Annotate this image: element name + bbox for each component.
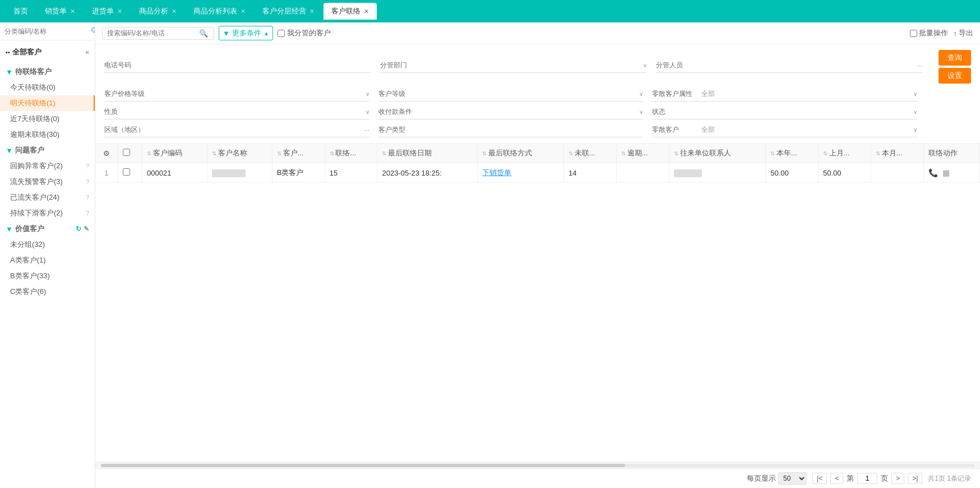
sidebar-item-overdue[interactable]: 逾期未联络(30) — [0, 127, 95, 142]
sidebar-item-churned[interactable]: 已流失客户(24) ? — [0, 190, 95, 205]
nav-item-home[interactable]: 首页 — [6, 3, 36, 20]
filter-button[interactable]: ▼ 更多条件 ▲ — [219, 26, 273, 40]
th-name[interactable]: 客户名称 — [207, 144, 272, 163]
dots-icon[interactable]: ··· — [917, 62, 923, 70]
sidebar-item-declining[interactable]: 持续下滑客户(2) ? — [0, 205, 95, 221]
close-icon[interactable]: ✕ — [364, 8, 369, 15]
gear-icon[interactable]: ⚙ — [103, 149, 110, 158]
last-page-button[interactable]: >| — [908, 473, 922, 484]
sidebar-group-problem[interactable]: ▼ 问题客户 — [0, 142, 95, 158]
dots-icon[interactable]: ··· — [364, 126, 369, 134]
th-code[interactable]: 客户编码 — [142, 144, 207, 163]
first-page-button[interactable]: |< — [812, 473, 827, 484]
sidebar-all-customers[interactable]: ▪▪ 全部客户 « — [0, 44, 95, 61]
th-this-year[interactable]: 本年... — [766, 144, 819, 163]
sidebar-item-repurchase-abnormal[interactable]: 回购异常客户(2) ? — [0, 158, 95, 174]
close-icon[interactable]: ✕ — [309, 8, 315, 15]
nav-item-customer-ops[interactable]: 客户分层经营 ✕ — [255, 3, 322, 20]
nav-item-analysis[interactable]: 商品分析 ✕ — [131, 3, 184, 20]
th-uncontacted[interactable]: 未联... — [564, 144, 617, 163]
content-area: 🔍 ▼ 更多条件 ▲ 我分管的客户 批量操作 ↑ 导出 — [95, 22, 980, 488]
per-page-dropdown[interactable]: 50 10 20 100 — [778, 472, 807, 485]
scrollbar-thumb[interactable] — [101, 464, 625, 467]
nav-item-analysis-list[interactable]: 商品分析列表 ✕ — [186, 3, 253, 20]
chevron-down-icon[interactable]: ∨ — [366, 91, 369, 97]
td-code: 000021 — [142, 163, 207, 183]
chevron-down-icon[interactable]: ∨ — [913, 109, 917, 115]
search-input[interactable] — [107, 29, 197, 37]
row-checkbox[interactable] — [123, 168, 130, 176]
chevron-down-icon[interactable]: ∨ — [366, 109, 369, 115]
batch-op-label: 批量操作 — [919, 28, 948, 38]
chevron-down-icon[interactable]: ∨ — [643, 62, 647, 68]
sidebar-item-tomorrow[interactable]: 明天待联络(1) — [0, 95, 95, 111]
help-icon[interactable]: ? — [86, 178, 89, 185]
page-input[interactable] — [857, 473, 877, 484]
nav-item-purchase[interactable]: 进货单 ✕ — [84, 3, 130, 20]
search-icon[interactable]: 🔍 — [91, 27, 95, 35]
help-icon[interactable]: ? — [86, 194, 89, 201]
select-all-checkbox[interactable] — [123, 149, 130, 156]
td-last-contact-way[interactable]: 下销货单 — [478, 163, 564, 183]
td-name[interactable] — [207, 163, 272, 183]
chevron-down-icon[interactable]: ∨ — [913, 127, 917, 133]
th-customer-type[interactable]: 客户... — [272, 144, 325, 163]
chevron-down-icon[interactable]: ∨ — [639, 109, 643, 115]
filter-label-dept: 分管部门 — [380, 61, 425, 70]
filter-row-3: 性质 ∨ 收付款条件 ∨ 状态 ∨ — [104, 107, 971, 119]
chevron-down-icon[interactable]: ∨ — [639, 91, 643, 97]
close-icon[interactable]: ✕ — [117, 8, 122, 15]
th-last-contact-way[interactable]: 最后联络方式 — [478, 144, 564, 163]
sidebar-group-value[interactable]: ▼ 价值客户 ↻ ✎ — [0, 221, 95, 237]
th-gear[interactable]: ⚙ — [95, 144, 118, 163]
sidebar-group-pending[interactable]: ▼ 待联络客户 — [0, 64, 95, 80]
close-icon[interactable]: ✕ — [172, 8, 177, 15]
sidebar-item-c-class[interactable]: C类客户(6) — [0, 284, 95, 300]
refresh-icon[interactable]: ↻ — [76, 225, 81, 233]
customer-table: ⚙ 客户编码 客户名称 客户... 联络... 最后联络日期 最后联络方式 未联… — [95, 144, 980, 183]
edit-icon[interactable]: ✎ — [84, 225, 89, 233]
contact-way-link[interactable]: 下销货单 — [482, 168, 511, 177]
sidebar: 🔍 ▪▪ 全部客户 « ▼ 待联络客户 今天待联络(0) 明天待联络(1) 近7… — [0, 22, 95, 488]
td-contacts — [669, 163, 765, 183]
filter-label-status: 状态 — [652, 107, 697, 117]
export-button[interactable]: ↑ 导出 — [954, 28, 974, 38]
sidebar-item-7days[interactable]: 近7天待联络(0) — [0, 111, 95, 127]
sidebar-search-input[interactable] — [4, 27, 89, 35]
filter-panel: 电话号码 分管部门 ∨ 分管人员 ··· 查询 设置 — [95, 44, 980, 144]
nav-item-sales[interactable]: 销货单 ✕ — [37, 3, 83, 20]
th-contacts[interactable]: 往来单位联系人 — [669, 144, 765, 163]
filter-value-retail-attr[interactable]: 全部 — [701, 89, 907, 99]
prev-page-button[interactable]: < — [830, 473, 843, 484]
search-icon[interactable]: 🔍 — [199, 29, 208, 38]
th-last-contact-date[interactable]: 最后联络日期 — [377, 144, 478, 163]
sidebar-item-ungroup[interactable]: 未分组(32) — [0, 237, 95, 252]
next-page-button[interactable]: > — [891, 473, 904, 484]
th-contact-count[interactable]: 联络... — [325, 144, 377, 163]
filter-value-retail-customer[interactable]: 全部 — [701, 125, 907, 135]
phone-icon[interactable]: 📞 — [928, 168, 938, 177]
batch-op-button[interactable]: 批量操作 — [910, 28, 948, 38]
query-button[interactable]: 查询 — [939, 50, 971, 66]
th-overdue[interactable]: 逾期... — [616, 144, 669, 163]
chevron-down-icon[interactable]: ∨ — [913, 91, 917, 97]
set-button[interactable]: 设置 — [939, 68, 971, 84]
th-this-month[interactable]: 本月... — [871, 144, 923, 163]
sidebar-item-b-class[interactable]: B类客户(33) — [0, 268, 95, 284]
th-last-month[interactable]: 上月... — [819, 144, 871, 163]
horizontal-scrollbar[interactable] — [95, 462, 980, 468]
batch-op-checkbox[interactable] — [910, 30, 917, 37]
help-icon[interactable]: ? — [86, 163, 89, 169]
close-icon[interactable]: ✕ — [70, 8, 75, 15]
scrollbar-track[interactable] — [101, 464, 974, 467]
help-icon[interactable]: ? — [86, 210, 89, 217]
my-customers-checkbox[interactable] — [278, 30, 285, 37]
nav-item-customer-contact[interactable]: 客户联络 ✕ — [323, 3, 377, 20]
sidebar-item-churn-warning[interactable]: 流失预警客户(3) ? — [0, 174, 95, 190]
sidebar-item-a-class[interactable]: A类客户(1) — [0, 252, 95, 268]
sidebar-item-today[interactable]: 今天待联络(0) — [0, 80, 95, 95]
close-icon[interactable]: ✕ — [241, 8, 246, 15]
grid-icon[interactable]: ▦ — [942, 168, 950, 177]
toolbar: 🔍 ▼ 更多条件 ▲ 我分管的客户 批量操作 ↑ 导出 — [95, 22, 980, 44]
collapse-icon[interactable]: « — [85, 48, 89, 56]
